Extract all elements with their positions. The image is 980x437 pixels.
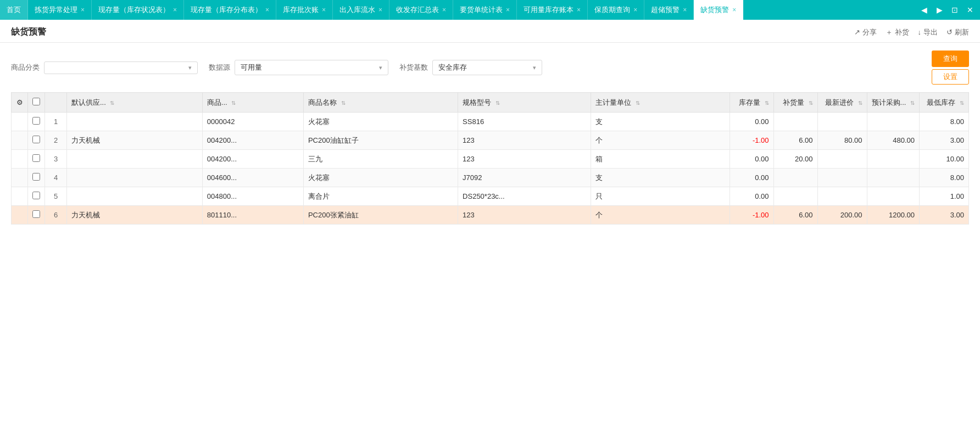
minstock-sort-icon: ⇅ [960,100,964,106]
nav-tab-close[interactable]: × [732,6,736,14]
table-row: 4 004600... 火花塞 J7092 支 0.00 8.00 [12,169,969,187]
replenish-icon: ＋ [886,27,893,37]
nav-tab-3[interactable]: 现存量（库存分布表）× [184,0,276,20]
row-checkbox-cell[interactable] [28,206,45,225]
name-header[interactable]: 商品名称 ⇅ [303,93,458,113]
select-all-checkbox[interactable] [32,98,40,105]
row-latest-price: 80.00 [817,131,867,150]
unit-header-label: 主计量单位 [595,98,631,107]
replenish-select[interactable]: 安全库存 ▾ [432,60,542,75]
row-unit: 个 [591,131,730,150]
nav-window-btn[interactable]: ⊡ [947,2,962,18]
settings-button[interactable]: 设置 [932,69,969,85]
nav-tab-close[interactable]: × [442,6,446,14]
row-unit: 个 [591,206,730,225]
row-spec: J7092 [458,169,591,187]
nav-tab-close[interactable]: × [577,6,581,14]
refresh-button[interactable]: ↺ 刷新 [946,27,969,37]
row-checkbox[interactable] [32,154,40,162]
nav-tab-5[interactable]: 出入库流水× [333,0,389,20]
select-all-header[interactable] [28,93,45,113]
nav-tab-0[interactable]: 首页 [0,0,28,20]
row-stock: 0.00 [730,187,773,206]
nav-tab-label: 拣货异常处理 [35,5,77,15]
row-checkbox[interactable] [32,210,40,218]
minstock-header[interactable]: 最低库存 ⇅ [920,93,969,113]
row-unit: 支 [591,113,730,131]
row-spec: 123 [458,206,591,225]
row-stock: 0.00 [730,113,773,131]
page-container: 缺货预警 ↗ 分享 ＋ 补货 ↓ 导出 ↺ 刷新 商品分类 [0,20,980,437]
datasource-select[interactable]: 可用量 ▾ [235,60,388,75]
nav-tab-1[interactable]: 拣货异常处理× [28,0,92,20]
nav-next-btn[interactable]: ▶ [932,2,947,18]
row-code: 004800... [202,187,303,206]
nav-tab-close[interactable]: × [265,6,269,14]
est-header[interactable]: 预计采购... ⇅ [867,93,919,113]
row-checkbox[interactable] [32,117,40,125]
row-min-stock: 3.00 [920,206,969,225]
row-est-purchase: 480.00 [867,131,919,150]
supplier-header-label: 默认供应... [71,98,106,107]
nav-tab-close[interactable]: × [322,6,326,14]
nav-tab-close[interactable]: × [81,6,85,14]
nav-tab-6[interactable]: 收发存汇总表× [389,0,453,20]
row-spec: SS816 [458,113,591,131]
nav-tab-close[interactable]: × [378,6,382,14]
gear-header[interactable]: ⚙ [12,93,28,113]
nav-tab-4[interactable]: 库存批次账× [276,0,333,20]
stock-header[interactable]: 库存量 ⇅ [730,93,773,113]
row-index: 1 [45,113,67,131]
gear-icon: ⚙ [16,98,23,107]
row-checkbox[interactable] [32,173,40,181]
share-button[interactable]: ↗ 分享 [854,27,877,37]
unit-header[interactable]: 主计量单位 ⇅ [591,93,730,113]
nav-tab-close[interactable]: × [173,6,177,14]
replenish-select-value: 安全库存 [438,63,467,72]
code-header-label: 商品... [207,98,227,107]
replenish-label: 补货基数 [399,63,428,72]
row-checkbox[interactable] [32,192,40,199]
row-checkbox-cell[interactable] [28,169,45,187]
row-checkbox-cell[interactable] [28,131,45,150]
nav-tab-close[interactable]: × [683,6,687,14]
nav-tab-9[interactable]: 保质期查询× [588,0,644,20]
spec-header[interactable]: 规格型号 ⇅ [458,93,591,113]
replenish-sort-icon: ⇅ [809,100,813,106]
nav-prev-btn[interactable]: ◀ [916,2,932,18]
est-header-label: 预计采购... [872,98,906,107]
nav-tab-11[interactable]: 缺货预警× [694,0,743,20]
nav-tab-7[interactable]: 要货单统计表× [453,0,517,20]
row-checkbox-cell[interactable] [28,150,45,169]
replenish-button[interactable]: ＋ 补货 [886,27,909,37]
nav-close-btn[interactable]: ✕ [962,2,978,18]
row-index: 5 [45,187,67,206]
price-header[interactable]: 最新进价 ⇅ [817,93,867,113]
nav-tab-2[interactable]: 现存量（库存状况表）× [92,0,184,20]
row-unit: 只 [591,187,730,206]
row-checkbox-cell[interactable] [28,187,45,206]
row-index: 6 [45,206,67,225]
row-supplier [67,169,203,187]
query-button[interactable]: 查询 [932,51,969,67]
name-sort-icon: ⇅ [341,100,346,106]
row-latest-price: 200.00 [817,206,867,225]
row-latest-price [817,187,867,206]
nav-tab-close[interactable]: × [506,6,510,14]
code-header[interactable]: 商品... ⇅ [202,93,303,113]
row-name: 三九 [303,150,458,169]
supplier-header[interactable]: 默认供应... ⇅ [67,93,203,113]
row-checkbox-cell[interactable] [28,113,45,131]
replenish-header[interactable]: 补货量 ⇅ [773,93,817,113]
row-replenish: 6.00 [773,206,817,225]
row-supplier [67,150,203,169]
nav-tab-10[interactable]: 超储预警× [644,0,694,20]
export-button[interactable]: ↓ 导出 [918,27,938,37]
row-est-purchase [867,187,919,206]
row-stock: 0.00 [730,169,773,187]
category-select[interactable]: ▾ [44,61,198,74]
nav-tab-close[interactable]: × [633,6,637,14]
row-checkbox[interactable] [32,136,40,143]
nav-tab-8[interactable]: 可用量库存账本× [517,0,588,20]
row-name: PC200油缸缸子 [303,131,458,150]
